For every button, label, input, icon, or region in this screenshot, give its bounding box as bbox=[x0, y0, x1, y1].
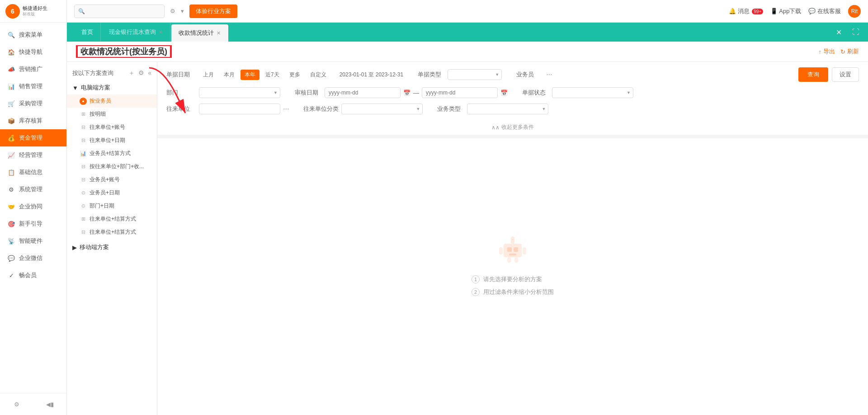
sidebar-item-search[interactable]: 🔍 搜索菜单 bbox=[0, 26, 66, 43]
voucher-type-select[interactable] bbox=[448, 69, 502, 80]
scheme-item-staff-date[interactable]: ⊙ 业务员+日期 bbox=[67, 186, 157, 199]
desktop-scheme-header[interactable]: ▼ 电脑端方案 bbox=[67, 81, 157, 94]
sidebar-item-hardware[interactable]: 📡 智能硬件 bbox=[0, 232, 66, 250]
trial-btn[interactable]: 体验行业方案 bbox=[189, 5, 237, 18]
app-download-link[interactable]: 📱 App下载 bbox=[770, 7, 801, 15]
topbar-search-box[interactable]: 🔍 bbox=[74, 5, 165, 18]
partner-account-icon: ⊟ bbox=[80, 124, 87, 131]
settings-bottom-btn[interactable]: ⚙ bbox=[10, 398, 23, 410]
scheme-item-partner-settlement1[interactable]: ⊞ 往来单位+结算方式 bbox=[67, 212, 157, 226]
date-tab-curr-year[interactable]: 本年 bbox=[241, 70, 259, 80]
date-tab-curr-month[interactable]: 本月 bbox=[220, 70, 239, 80]
svg-rect-9 bbox=[514, 257, 518, 263]
date-tab-prev-month[interactable]: 上月 bbox=[199, 70, 218, 80]
business-type-select-wrapper bbox=[467, 104, 548, 114]
svg-rect-2 bbox=[514, 247, 518, 252]
audit-date-start-input[interactable] bbox=[325, 87, 401, 98]
add-scheme-btn[interactable]: ＋ bbox=[128, 69, 135, 77]
inventory-icon: 📦 bbox=[7, 117, 15, 125]
staff-more-btn[interactable]: ··· bbox=[546, 71, 552, 79]
scheme-item-by-detail[interactable]: ⊞ 按明细 bbox=[67, 108, 157, 121]
partner-more-btn[interactable]: ··· bbox=[283, 105, 289, 113]
scheme-item-partner-settlement2[interactable]: ⊟ 往来单位+结算方式 bbox=[67, 226, 157, 239]
customer-service-link[interactable]: 💬 在线客服 bbox=[808, 7, 841, 15]
business-type-filter: 业务类型 bbox=[437, 104, 548, 114]
sidebar-item-wechat[interactable]: 💬 企业微信 bbox=[0, 250, 66, 267]
topbar-dropdown-icon[interactable]: ▾ bbox=[181, 8, 184, 14]
staff-date-icon: ⊙ bbox=[80, 189, 87, 197]
finance-icon: 💰 bbox=[7, 134, 15, 142]
partner-input[interactable] bbox=[199, 104, 280, 114]
date-label: 单据日期 bbox=[166, 71, 193, 79]
tab-close-all-btn[interactable]: ✕ bbox=[832, 25, 845, 39]
main-content: 🔍 ⚙ ▾ 体验行业方案 🔔 消息 99+ 📱 App下载 💬 在线客服 Rit… bbox=[67, 0, 868, 415]
date-tab-more[interactable]: 更多 bbox=[285, 70, 304, 80]
sidebar-item-sales[interactable]: 📊 销售管理 bbox=[0, 78, 66, 95]
calendar-icon-end: 📅 bbox=[500, 90, 508, 96]
topbar-search-icon: 🔍 bbox=[78, 8, 85, 14]
sidebar-item-finance[interactable]: 💰 资金管理 bbox=[0, 129, 66, 146]
page-title: 收款情况统计(按业务员) bbox=[77, 45, 171, 58]
scheme-settings-btn[interactable]: ⚙ bbox=[138, 69, 144, 77]
collapse-panel-btn[interactable]: « bbox=[148, 69, 151, 77]
scheme-item-by-staff[interactable]: ● 按业务员 bbox=[67, 94, 157, 108]
tab-collection[interactable]: 收款情况统计 ✕ bbox=[171, 24, 228, 42]
scheme-item-dept-date[interactable]: ⊙ 部门+日期 bbox=[67, 199, 157, 212]
scheme-item-staff-settlement[interactable]: 📊 业务员+结算方式 bbox=[67, 147, 157, 160]
business-type-label: 业务类型 bbox=[437, 105, 464, 113]
collapse-sidebar-btn[interactable]: ◀▮ bbox=[43, 398, 56, 410]
business-type-select[interactable] bbox=[467, 104, 548, 114]
tab-home[interactable]: 首页 bbox=[74, 23, 101, 42]
sidebar-item-inventory[interactable]: 📦 库存核算 bbox=[0, 112, 66, 129]
date-tab-last7[interactable]: 近7天 bbox=[261, 70, 283, 80]
partner-settle1-icon: ⊞ bbox=[80, 216, 87, 223]
sidebar-item-member[interactable]: ✓ 畅会员 bbox=[0, 267, 66, 284]
export-btn[interactable]: ↑ 导出 bbox=[819, 47, 835, 56]
right-panel: 单据日期 上月 本月 本年 近7天 更多 自定义 2023-01-01 至 20… bbox=[157, 62, 868, 415]
sales-icon: 📊 bbox=[7, 82, 15, 90]
refresh-btn[interactable]: ↻ 刷新 bbox=[840, 47, 859, 56]
tab-bank-close[interactable]: ✕ bbox=[159, 29, 163, 35]
sidebar-item-basic[interactable]: 📋 基础信息 bbox=[0, 164, 66, 181]
refresh-icon: ↻ bbox=[840, 48, 845, 55]
query-btn[interactable]: 查询 bbox=[798, 67, 828, 82]
sidebar-item-guide[interactable]: 🎯 新手引导 bbox=[0, 215, 66, 232]
empty-hint-2: 2 用过滤条件来缩小分析范围 bbox=[472, 288, 554, 296]
tab-bank[interactable]: 现金银行流水查询 ✕ bbox=[102, 23, 170, 42]
scheme-item-partner-date[interactable]: ⊟ 往来单位+日期 bbox=[67, 134, 157, 147]
topbar-settings-icon[interactable]: ⚙ bbox=[170, 8, 175, 14]
sidebar-item-marketing[interactable]: 📣 营销推广 bbox=[0, 61, 66, 78]
topbar: 🔍 ⚙ ▾ 体验行业方案 🔔 消息 99+ 📱 App下载 💬 在线客服 Rit bbox=[67, 0, 868, 23]
dept-select[interactable] bbox=[199, 87, 280, 98]
audit-date-end-input[interactable] bbox=[422, 87, 498, 98]
voucher-type-label: 单据类型 bbox=[418, 71, 445, 79]
partner-category-select[interactable] bbox=[341, 104, 423, 114]
scheme-label: 按以下方案查询 bbox=[72, 69, 113, 77]
sidebar-item-purchase[interactable]: 🛒 采购管理 bbox=[0, 95, 66, 112]
user-avatar[interactable]: Rit bbox=[848, 5, 861, 18]
sidebar-item-operation[interactable]: 📈 经营管理 bbox=[0, 146, 66, 164]
filter-btn-area: 查询 设置 bbox=[798, 67, 859, 82]
voucher-type-filter: 单据类型 bbox=[418, 69, 502, 80]
date-tabs: 上月 本月 本年 近7天 更多 自定义 bbox=[199, 70, 330, 80]
mobile-scheme-header[interactable]: ▶ 移动端方案 bbox=[67, 241, 157, 254]
empty-state: 1 请先选择要分析的方案 2 用过滤条件来缩小分析范围 bbox=[157, 138, 868, 415]
notification-icon[interactable]: 🔔 消息 99+ bbox=[729, 7, 763, 15]
search-icon: 🔍 bbox=[7, 31, 15, 39]
scheme-item-partner-dept-collect[interactable]: ⊟ 按往来单位+部门+收... bbox=[67, 160, 157, 173]
scheme-item-staff-account[interactable]: ⊟ 业务员+账号 bbox=[67, 173, 157, 186]
sidebar-item-nav[interactable]: 🏠 快捷导航 bbox=[0, 43, 66, 61]
hardware-icon: 📡 bbox=[7, 237, 15, 245]
wechat-icon: 💬 bbox=[7, 254, 15, 262]
tab-collection-close[interactable]: ✕ bbox=[217, 30, 221, 36]
partner-date-icon: ⊟ bbox=[80, 137, 87, 144]
sidebar-item-system[interactable]: ⚙ 系统管理 bbox=[0, 181, 66, 198]
sidebar-item-enterprise[interactable]: 🤝 企业协同 bbox=[0, 198, 66, 215]
collapse-bar[interactable]: ∧∧ 收起更多条件 bbox=[166, 120, 859, 135]
topbar-right: 🔔 消息 99+ 📱 App下载 💬 在线客服 Rit bbox=[729, 5, 861, 18]
set-btn[interactable]: 设置 bbox=[832, 67, 859, 82]
date-tab-custom[interactable]: 自定义 bbox=[306, 70, 330, 80]
voucher-status-select[interactable] bbox=[552, 87, 633, 98]
tab-maximize-btn[interactable]: ⛶ bbox=[849, 25, 863, 39]
scheme-item-partner-account[interactable]: ⊟ 往来单位+账号 bbox=[67, 121, 157, 134]
